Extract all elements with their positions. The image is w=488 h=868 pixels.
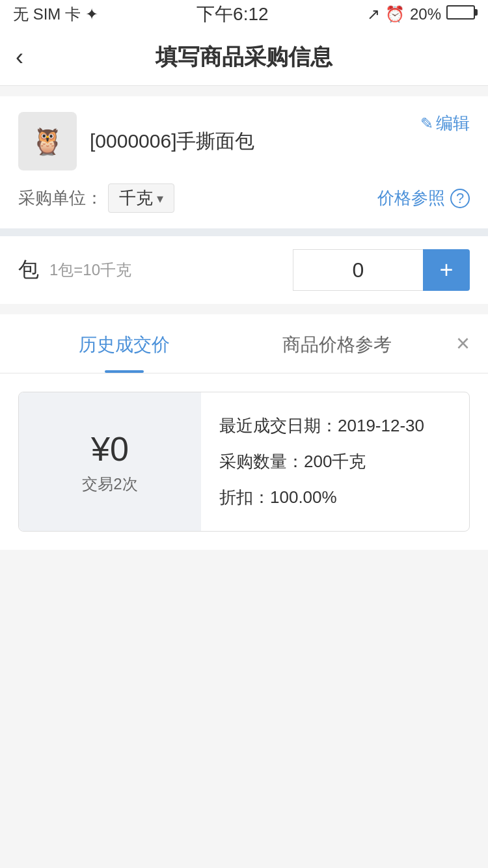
price-ref-help-icon: ? [450, 189, 470, 208]
unit-value: 千克 [119, 187, 153, 210]
price-discount-label: 折扣： [219, 487, 270, 507]
price-card-right: 最近成交日期：2019-12-30 采购数量：200千克 折扣：100.00% [201, 392, 469, 531]
footer-space [0, 550, 488, 868]
price-discount-value: 100.00% [270, 487, 337, 507]
product-thumbnail: 🦉 [31, 126, 64, 157]
location-icon: ↗ [367, 5, 380, 23]
quantity-row: 包 1包=10千克 + [0, 236, 488, 304]
price-transactions: 交易2次 [82, 474, 137, 495]
section-divider [0, 228, 488, 236]
product-card: 🦉 [0000006]手撕面包 ✎ 编辑 采购单位： 千克 ▾ 价格参照 ? [0, 96, 488, 228]
nav-bar: ‹ 填写商品采购信息 [0, 29, 488, 86]
price-value: 0 [110, 430, 129, 468]
price-card: ¥0 交易2次 最近成交日期：2019-12-30 采购数量：200千克 折扣：… [18, 392, 470, 532]
back-button[interactable]: ‹ [16, 44, 23, 71]
unit-dropdown-icon: ▾ [157, 191, 163, 206]
tab-close-button[interactable]: × [443, 317, 470, 370]
price-quantity-value: 200千克 [304, 452, 366, 471]
unit-label: 采购单位： [18, 187, 103, 210]
tab-product-price-ref[interactable]: 商品价格参考 [230, 314, 442, 373]
price-detail-discount: 折扣：100.00% [219, 485, 451, 510]
status-right: ↗ ⏰ 20% [367, 5, 475, 23]
edit-label: 编辑 [436, 112, 470, 135]
price-detail-date: 最近成交日期：2019-12-30 [219, 413, 451, 439]
status-time: 下午6:12 [197, 2, 269, 27]
alarm-icon: ⏰ [385, 5, 405, 23]
product-left: 🦉 [0000006]手撕面包 [18, 112, 254, 170]
price-amount: ¥0 [91, 429, 129, 468]
quantity-input[interactable] [293, 249, 423, 291]
quantity-input-area: + [293, 249, 470, 291]
price-card-left: ¥0 交易2次 [19, 392, 201, 531]
status-bar: 无 SIM 卡 ✦ 下午6:12 ↗ ⏰ 20% [0, 0, 488, 29]
price-ref-button[interactable]: 价格参照 ? [377, 187, 470, 210]
tab-history-price[interactable]: 历史成交价 [18, 314, 230, 373]
page-title: 填写商品采购信息 [156, 42, 332, 72]
price-detail-quantity: 采购数量：200千克 [219, 449, 451, 474]
product-header: 🦉 [0000006]手撕面包 ✎ 编辑 [18, 112, 470, 170]
quantity-unit-label: 包 [18, 256, 39, 284]
quantity-conversion-hint: 1包=10千克 [49, 260, 131, 280]
edit-button[interactable]: ✎ 编辑 [420, 112, 470, 135]
product-image: 🦉 [18, 112, 77, 170]
battery-icon [446, 5, 475, 23]
sim-text: 无 SIM 卡 ✦ [13, 4, 98, 25]
edit-icon: ✎ [420, 115, 433, 133]
status-left: 无 SIM 卡 ✦ [13, 4, 98, 25]
battery-percent: 20% [410, 5, 441, 23]
price-date-value: 2019-12-30 [338, 416, 424, 435]
price-ref-label: 价格参照 [377, 187, 445, 210]
product-name: [0000006]手撕面包 [90, 128, 254, 155]
price-currency: ¥ [91, 430, 110, 468]
quantity-plus-button[interactable]: + [423, 249, 470, 291]
product-unit-row: 采购单位： 千克 ▾ 价格参照 ? [18, 183, 470, 213]
price-section: ¥0 交易2次 最近成交日期：2019-12-30 采购数量：200千克 折扣：… [0, 373, 488, 550]
tabs-container: 历史成交价 商品价格参考 × [0, 314, 488, 373]
unit-select[interactable]: 千克 ▾ [108, 183, 174, 213]
quantity-left: 包 1包=10千克 [18, 256, 131, 284]
price-date-label: 最近成交日期： [219, 416, 338, 435]
price-quantity-label: 采购数量： [219, 452, 304, 471]
